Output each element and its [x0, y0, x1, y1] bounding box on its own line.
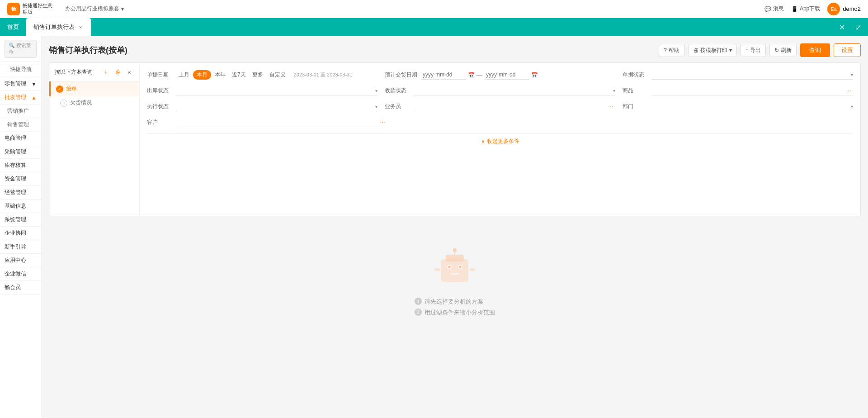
export-btn[interactable]: ↑ 导出: [741, 44, 766, 57]
period-btn-last-month[interactable]: 上月: [176, 70, 192, 80]
sidebar-section-guide[interactable]: 新手引导: [0, 240, 41, 254]
logo-abbr: 畅: [11, 6, 16, 12]
salesperson-select[interactable]: ···: [414, 102, 615, 111]
customer-select[interactable]: ···: [176, 118, 387, 127]
payment-status-input[interactable]: [414, 86, 613, 95]
tab-close-btn[interactable]: ×: [77, 24, 84, 30]
payment-status-select[interactable]: ▾: [414, 86, 615, 95]
filter-form: 单据日期 上月 本月 本年 近7天 更多 自定义 2023-03-01 至 20…: [140, 63, 860, 216]
sidebar-guide-label: 新手引导: [5, 243, 26, 251]
header-left: 畅 畅捷通好生意标版 办公用品行业模拟账套 ▾: [7, 3, 124, 15]
help-btn[interactable]: ? 帮助: [659, 44, 684, 57]
scheme-copy-btn[interactable]: ⊕: [113, 67, 122, 76]
scheme-collapse-btn[interactable]: «: [125, 67, 134, 76]
tab-maximize-btn[interactable]: ⤢: [852, 21, 864, 33]
customer-dots-btn[interactable]: ···: [378, 119, 387, 126]
user-area[interactable]: Ea demo2: [827, 3, 861, 15]
period-btn-custom[interactable]: 自定义: [267, 70, 288, 80]
delivery-status-select[interactable]: ▾: [176, 86, 377, 95]
dept-input[interactable]: [651, 102, 851, 111]
product-input[interactable]: [651, 86, 844, 95]
salesperson-input[interactable]: [414, 102, 606, 111]
sidebar-wechat-label: 企业微信: [5, 270, 26, 278]
date-start-input[interactable]: [421, 70, 466, 80]
exec-status-select[interactable]: ▾: [176, 102, 377, 111]
filter-row-4: 客户 ···: [147, 118, 853, 127]
logo-area: 畅 畅捷通好生意标版: [7, 3, 52, 15]
search-menu-btn[interactable]: 🔍 搜索菜单: [5, 40, 37, 58]
date-start-icon[interactable]: 📅: [468, 72, 475, 78]
product-select[interactable]: ···: [651, 86, 853, 95]
status-select[interactable]: ▾: [651, 70, 853, 80]
breadcrumb: 办公用品行业模拟账套 ▾: [65, 5, 124, 13]
dept-arrow-icon[interactable]: ▾: [851, 104, 853, 109]
sidebar-section-enterprise[interactable]: 企业协同: [0, 227, 41, 240]
svg-rect-10: [470, 268, 475, 271]
period-btn-this-month[interactable]: 本月: [193, 70, 211, 80]
help-label: 帮助: [669, 47, 679, 54]
app-download-btn[interactable]: 📱 App下载: [791, 5, 820, 13]
sidebar-sub-marketing[interactable]: 营销推广: [0, 104, 41, 118]
payment-status-arrow-icon[interactable]: ▾: [613, 88, 615, 93]
date-end-icon[interactable]: 📅: [531, 72, 538, 78]
query-btn[interactable]: 查询: [800, 43, 830, 57]
sidebar-section-purchase[interactable]: 采购管理: [0, 145, 41, 159]
scheme-sub-label: 欠货情况: [70, 99, 92, 107]
tab-sales-order[interactable]: 销售订单执行表 ×: [26, 18, 91, 36]
help-icon: ?: [664, 47, 667, 53]
sidebar-section-fund[interactable]: 资金管理: [0, 172, 41, 186]
sidebar-section-inventory[interactable]: 库存核算: [0, 159, 41, 172]
sidebar-retail-label: 零售管理: [5, 80, 26, 88]
sidebar-section-retail[interactable]: 零售管理 ▼: [0, 77, 41, 91]
scheme-sub-item-debt[interactable]: ○ 欠货情况: [49, 96, 139, 109]
message-btn[interactable]: 💬 消息: [764, 5, 784, 13]
sidebar-section-basic-info[interactable]: 基础信息: [0, 200, 41, 213]
salesperson-dots-btn[interactable]: ···: [606, 103, 615, 110]
date-separator: —: [476, 71, 482, 78]
sidebar-wholesale-label: 批发管理: [5, 94, 26, 101]
period-btn-more[interactable]: 更多: [250, 70, 266, 80]
exec-status-input[interactable]: [176, 102, 375, 111]
breadcrumb-arrow-icon[interactable]: ▾: [121, 6, 124, 12]
print-btn[interactable]: 🖨 按模板打印 ▾: [688, 44, 737, 57]
sidebar-item-quick-nav[interactable]: 快捷导航: [0, 62, 41, 77]
date-end-input[interactable]: [484, 70, 529, 80]
scheme-add-btn[interactable]: +: [101, 67, 110, 76]
exec-status-arrow-icon[interactable]: ▾: [375, 104, 377, 109]
sidebar-section-wechat[interactable]: 企业微信: [0, 267, 41, 281]
period-btn-this-year[interactable]: 本年: [212, 70, 228, 80]
empty-tip-1: 1 请先选择要分析的方案: [415, 298, 495, 306]
collapse-label: 收起更多条件: [487, 138, 519, 145]
sidebar-section-sys-mgmt[interactable]: 系统管理: [0, 213, 41, 227]
sidebar-section-operation[interactable]: 经营管理: [0, 186, 41, 200]
tip2-num: 2: [415, 309, 422, 316]
period-btn-7days[interactable]: 近7天: [229, 70, 249, 80]
app-download-icon: 📱: [791, 6, 798, 12]
sidebar-section-app-center[interactable]: 应用中心: [0, 254, 41, 267]
collapse-bar[interactable]: ∧ 收起更多条件: [147, 133, 853, 149]
settings-btn[interactable]: 设置: [834, 43, 861, 57]
sidebar-sub-sales[interactable]: 销售管理: [0, 118, 41, 132]
dept-select[interactable]: ▾: [651, 102, 853, 111]
status-arrow-icon[interactable]: ▾: [851, 72, 853, 77]
scheme-sub-icon: ○: [60, 100, 67, 107]
customer-label: 客户: [147, 119, 172, 126]
svg-point-5: [459, 266, 462, 268]
delivery-status-arrow-icon[interactable]: ▾: [375, 88, 377, 93]
filter-field-expected-date: 预计交货日期 📅 — 📅: [385, 70, 615, 80]
scheme-active-item[interactable]: ✓ 按单: [49, 81, 139, 96]
filter-field-status: 单据状态 ▾: [623, 70, 853, 80]
filter-field-salesperson: 业务员 ···: [385, 102, 615, 111]
delivery-status-input[interactable]: [176, 86, 375, 95]
tab-home[interactable]: 首页: [0, 18, 26, 36]
tab-close-window-btn[interactable]: ✕: [835, 21, 848, 33]
filter-field-customer: 客户 ···: [147, 118, 387, 127]
refresh-btn[interactable]: ↻ 刷新: [769, 44, 797, 57]
product-dots-btn[interactable]: ···: [844, 87, 853, 94]
sidebar-section-ecommerce[interactable]: 电商管理: [0, 132, 41, 145]
status-input[interactable]: [651, 70, 851, 79]
sidebar-section-wholesale[interactable]: 批发管理 ▲: [0, 91, 41, 104]
sidebar-section-member[interactable]: 畅会员: [0, 281, 41, 294]
tip1-text: 请先选择要分析的方案: [425, 298, 483, 306]
customer-input[interactable]: [176, 118, 378, 127]
